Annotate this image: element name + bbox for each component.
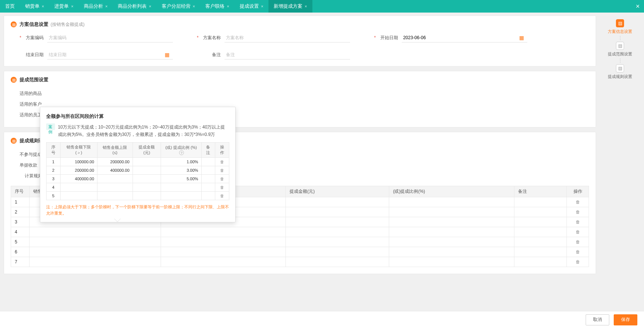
tab-product-analysis-list[interactable]: 商品分析列表× [113, 0, 156, 13]
close-icon[interactable]: × [71, 4, 73, 8]
cell-memo[interactable] [514, 247, 567, 257]
cell-memo[interactable] [514, 237, 567, 247]
close-icon[interactable]: × [227, 4, 229, 8]
trash-icon[interactable]: 🗑 [220, 185, 224, 189]
help-icon[interactable]: ? [179, 150, 184, 155]
tab-commission-settings[interactable]: 提成设置× [234, 0, 268, 13]
tab-purchase[interactable]: 进货单× [49, 0, 78, 13]
cell-lower[interactable] [30, 257, 161, 267]
example-badge: 案例 [46, 123, 55, 130]
tab-customer-contact[interactable]: 客户联络× [200, 0, 234, 13]
trash-icon[interactable]: 🗑 [576, 259, 580, 264]
cell-ratio [161, 191, 201, 200]
cell-ratio [161, 183, 201, 191]
cell-upper[interactable] [161, 257, 286, 267]
cell-amount [133, 157, 161, 166]
trash-icon[interactable]: 🗑 [576, 219, 580, 225]
cell-seq: 2 [11, 207, 30, 217]
step-rule[interactable]: ▤ 提成规则设置 [608, 64, 632, 79]
close-icon[interactable]: × [149, 4, 151, 8]
close-icon[interactable]: × [261, 4, 263, 8]
cell-ratio[interactable] [389, 227, 514, 237]
trash-icon[interactable]: 🗑 [576, 199, 580, 205]
cell-lower[interactable] [30, 237, 161, 247]
cell-seq: 5 [47, 191, 61, 200]
cell-ratio[interactable] [389, 207, 514, 217]
scope-products[interactable]: 适用的商品 [11, 88, 589, 99]
trash-icon[interactable]: 🗑 [576, 239, 580, 245]
cell-seq: 2 [47, 166, 61, 174]
cell-lower: 100000.00 [60, 157, 97, 166]
step-scope[interactable]: ▤ 提成范围设置 [608, 42, 632, 57]
calendar-icon[interactable]: ▦ [165, 52, 169, 58]
trash-icon[interactable]: 🗑 [220, 160, 224, 164]
cell-memo[interactable] [514, 257, 567, 267]
field-label: 备注 [200, 52, 221, 58]
cell-amount[interactable] [286, 227, 389, 237]
cell-ratio[interactable] [389, 237, 514, 247]
cell-amount[interactable] [286, 257, 389, 267]
step-label: 提成规则设置 [608, 74, 632, 79]
cell-memo[interactable] [514, 217, 567, 227]
cell-memo[interactable] [514, 197, 567, 207]
plan-code-input[interactable] [47, 33, 173, 42]
cell-seq: 7 [11, 257, 30, 267]
cell-memo [201, 157, 215, 166]
tab-customer-tier[interactable]: 客户分层经营× [157, 0, 200, 13]
panel-plan-info: ▤ 方案信息设置 (按销售金额提成) * 方案编码 * 方案名称 * 开始日期 [4, 16, 596, 66]
trash-icon[interactable]: 🗑 [220, 177, 224, 181]
table-row: 5🗑 [11, 237, 589, 247]
calendar-icon[interactable]: ▦ [519, 35, 524, 41]
cell-memo [201, 174, 215, 183]
tooltip-note: 注：上限必须大于下限；多个阶梯时，下一个阶梯下限要等于前一阶梯上限；不同行之间下… [46, 204, 229, 217]
field-label: 结束日期 [23, 52, 44, 58]
tab-product-analysis[interactable]: 商品分析× [79, 0, 113, 13]
cell-amount[interactable] [286, 207, 389, 217]
cell-amount [133, 174, 161, 183]
trash-icon[interactable]: 🗑 [576, 249, 580, 254]
table-row: 4🗑 [11, 227, 589, 237]
close-all-button[interactable]: × [631, 0, 644, 13]
tab-home[interactable]: 首页 [0, 0, 20, 13]
table-row: 5🗑 [47, 191, 229, 200]
cell-ratio[interactable] [389, 217, 514, 227]
cell-ratio[interactable] [389, 247, 514, 257]
plan-name-input[interactable] [225, 33, 350, 42]
step-plan-info[interactable]: ▤ 方案信息设置 [608, 19, 632, 34]
cell-amount [133, 191, 161, 200]
cell-amount[interactable] [286, 237, 389, 247]
cell-amount[interactable] [286, 197, 389, 207]
close-icon[interactable]: × [42, 4, 44, 8]
col-amount: 提成金额(元) [286, 186, 389, 197]
cell-ratio[interactable] [389, 257, 514, 267]
cell-lower: 200000.00 [60, 166, 97, 174]
trash-icon[interactable]: 🗑 [576, 209, 580, 215]
cell-amount[interactable] [286, 217, 389, 227]
cell-amount[interactable] [286, 247, 389, 257]
tab-sales[interactable]: 销货单× [20, 0, 49, 13]
close-icon[interactable]: × [105, 4, 107, 8]
cell-ratio[interactable] [389, 197, 514, 207]
tcol-upper: 销售金额上限 (≤) [97, 142, 133, 157]
cell-upper[interactable] [161, 227, 286, 237]
table-row: 4🗑 [47, 183, 229, 191]
start-date-input[interactable] [402, 33, 527, 42]
cell-memo[interactable] [514, 207, 567, 217]
cell-memo [201, 191, 215, 200]
trash-icon[interactable]: 🗑 [576, 229, 580, 235]
cell-lower[interactable] [30, 247, 161, 257]
end-date-input[interactable] [47, 50, 173, 59]
cell-memo [201, 183, 215, 191]
tcol-ratio: (或) 提成比例 (%)? [161, 142, 201, 157]
cell-lower[interactable] [30, 227, 161, 237]
memo-input[interactable] [225, 50, 350, 59]
trash-icon[interactable]: 🗑 [220, 168, 224, 172]
close-icon[interactable]: × [305, 4, 307, 8]
trash-icon[interactable]: 🗑 [220, 194, 224, 198]
cell-upper[interactable] [161, 247, 286, 257]
cell-upper[interactable] [161, 237, 286, 247]
close-icon[interactable]: × [193, 4, 195, 8]
cell-upper: 400000.00 [97, 166, 133, 174]
tab-new-commission-plan[interactable]: 新增提成方案× [268, 0, 312, 13]
cell-memo[interactable] [514, 227, 567, 237]
